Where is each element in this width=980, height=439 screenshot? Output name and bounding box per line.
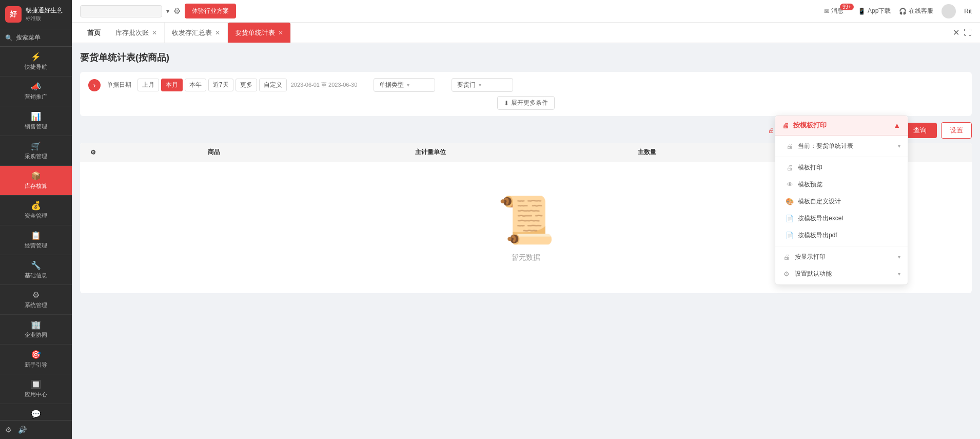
sidebar-search[interactable]: 🔍 搜索菜单 — [0, 29, 72, 47]
tab-inventory-batch-close[interactable]: ✕ — [152, 29, 157, 36]
dropdown-item-template-print[interactable]: 🖨 模板打印 — [775, 159, 908, 176]
date-btn-more[interactable]: 更多 — [236, 79, 257, 91]
template-preview-left: 👁 模板预览 — [786, 180, 822, 189]
tab-order-stats-close[interactable]: ✕ — [278, 29, 283, 36]
sidebar-item-label: 应用中心 — [25, 391, 47, 398]
sidebar-item-enterprise[interactable]: 🏢 企业协同 — [0, 315, 72, 345]
sidebar-item-sales[interactable]: 📊 销售管理 — [0, 106, 72, 136]
sidebar-item-apps[interactable]: 🔲 应用中心 — [0, 374, 72, 404]
trial-button[interactable]: 体验行业方案 — [185, 4, 236, 18]
sidebar-item-quick-nav[interactable]: ⚡ 快捷导航 — [0, 47, 72, 77]
sidebar-item-label: 基础信息 — [25, 272, 47, 279]
sidebar-item-label: 库存核算 — [25, 182, 47, 190]
tab-order-stats[interactable]: 要货单统计表 ✕ — [228, 23, 291, 43]
close-window-icon[interactable]: ✕ — [953, 28, 959, 37]
sidebar-item-guide[interactable]: 🎯 新手引导 — [0, 345, 72, 374]
sidebar-item-finance[interactable]: 💰 资金管理 — [0, 196, 72, 225]
type-filter-arrow: ▾ — [407, 82, 409, 88]
template-design-label: 模板自定义设计 — [798, 197, 841, 206]
tab-stock-summary-close[interactable]: ✕ — [215, 29, 220, 36]
export-excel-left: 📄 按模板导出excel — [786, 214, 843, 223]
export-pdf-label: 按模板导出pdf — [798, 231, 837, 240]
settings-btn[interactable]: 设置 — [941, 122, 972, 139]
date-btn-last-month[interactable]: 上月 — [138, 79, 159, 91]
sidebar-item-label: 资金管理 — [25, 212, 47, 220]
date-btn-7days[interactable]: 近7天 — [208, 79, 233, 91]
export-pdf-left: 📄 按模板导出pdf — [786, 231, 837, 240]
filter-bar: › 单据日期 上月 本月 本年 近7天 更多 自定义 2023-06-01 至 … — [80, 72, 972, 116]
sidebar-item-marketing[interactable]: 📣 营销推广 — [0, 77, 72, 106]
date-btn-current-year[interactable]: 本年 — [185, 79, 206, 91]
sidebar-item-wechat[interactable]: 💬 企业微信 — [0, 404, 72, 420]
expand-more-btn[interactable]: ⬇ 展开更多条件 — [497, 96, 555, 110]
type-filter-label: 单据类型 — [379, 81, 404, 89]
goods-filter-arrow: ▾ — [479, 82, 481, 88]
tab-stock-summary[interactable]: 收发存汇总表 ✕ — [165, 23, 228, 43]
template-design-icon: 🎨 — [786, 198, 794, 205]
dropdown-current-label: 当前：要货单统计表 — [798, 142, 853, 150]
topbar-search-input[interactable] — [80, 5, 162, 17]
online-service-badge[interactable]: 🎧 在线客服 — [899, 7, 933, 15]
dropdown-header[interactable]: 🖨 按模板打印 ▲ — [775, 116, 908, 136]
dropdown-current-item[interactable]: 🖨 当前：要货单统计表 ▾ — [775, 138, 908, 155]
brand-name: 畅捷通好生意 — [26, 7, 63, 15]
dropdown-set-default[interactable]: ⚙ 设置默认功能 ▾ — [775, 265, 908, 282]
topbar-gear-icon[interactable]: ⚙ — [173, 6, 181, 16]
type-filter-select[interactable]: 单据类型 ▾ — [374, 78, 435, 92]
print-icon: 🖨 — [768, 127, 774, 134]
user-name: Rit — [964, 8, 972, 15]
dropdown-item-template-design[interactable]: 🎨 模板自定义设计 — [775, 193, 908, 210]
app-download-badge[interactable]: 📱 App下载 — [858, 7, 891, 15]
message-badge[interactable]: ✉ 消息 99+ — [824, 7, 850, 15]
dropdown-item-export-excel[interactable]: 📄 按模板导出excel — [775, 210, 908, 227]
operations-icon: 📋 — [31, 231, 41, 240]
col-goods: 商品 — [106, 148, 322, 157]
dropdown-item-template-preview[interactable]: 👁 模板预览 — [775, 176, 908, 193]
maximize-window-icon[interactable]: ⛶ — [964, 28, 972, 37]
display-print-label: 按显示打印 — [795, 253, 826, 261]
page-content: 要货单统计表(按商品) › 单据日期 上月 本月 本年 近7天 更多 自定义 2… — [72, 43, 980, 439]
tab-inventory-batch[interactable]: 库存批次账 ✕ — [108, 23, 165, 43]
dropdown-header-left: 🖨 按模板打印 — [782, 121, 827, 130]
display-print-chevron: ▾ — [898, 254, 900, 260]
set-default-chevron: ▾ — [898, 271, 900, 277]
dropdown-title: 按模板打印 — [793, 121, 827, 130]
headset-icon: 🎧 — [899, 8, 907, 15]
topbar-dropdown-btn[interactable]: ▾ — [166, 8, 169, 15]
goods-filter-label: 要货门 — [457, 81, 476, 89]
template-print-icon: 🖨 — [786, 164, 794, 171]
dropdown-display-print[interactable]: 🖨 按显示打印 ▾ — [775, 249, 908, 265]
filter-expand-btn[interactable]: › — [88, 79, 101, 91]
sidebar-item-inventory[interactable]: 📦 库存核算 — [0, 166, 72, 196]
sound-icon[interactable]: 🔊 — [18, 426, 27, 434]
topbar-right: ✉ 消息 99+ 📱 App下载 🎧 在线客服 Rit — [824, 4, 972, 18]
date-btn-current-month[interactable]: 本月 — [161, 79, 183, 91]
message-count: 99+ — [840, 4, 854, 10]
page-title: 要货单统计表(按商品) — [80, 51, 972, 64]
enterprise-icon: 🏢 — [31, 320, 41, 330]
empty-text: 暂无数据 — [512, 253, 540, 262]
expand-more-label: 展开更多条件 — [511, 99, 548, 107]
settings-bottom-icon[interactable]: ⚙ — [5, 426, 12, 434]
tab-inventory-batch-label: 库存批次账 — [115, 28, 149, 37]
set-default-label: 设置默认功能 — [795, 270, 832, 278]
sidebar-item-purchase[interactable]: 🛒 采购管理 — [0, 136, 72, 166]
sidebar-item-system[interactable]: ⚙ 系统管理 — [0, 285, 72, 315]
col-settings[interactable]: ⚙ — [80, 149, 106, 156]
sidebar-item-label: 企业协同 — [25, 331, 47, 339]
tab-home[interactable]: 首页 — [80, 23, 108, 43]
finance-icon: 💰 — [31, 201, 41, 211]
search-label: 搜索菜单 — [16, 33, 41, 42]
dropdown-item-export-pdf[interactable]: 📄 按模板导出pdf — [775, 227, 908, 244]
sidebar-item-operations[interactable]: 📋 经营管理 — [0, 225, 72, 255]
sidebar: 好 畅捷通好生意 标准版 🔍 搜索菜单 ⚡ 快捷导航 📣 营销推广 📊 销售管理… — [0, 0, 72, 439]
goods-filter-select[interactable]: 要货门 ▾ — [452, 78, 513, 92]
export-excel-icon: 📄 — [786, 215, 794, 222]
template-print-left: 🖨 模板打印 — [786, 163, 822, 172]
sidebar-item-basic[interactable]: 🔧 基础信息 — [0, 255, 72, 285]
date-btn-custom[interactable]: 自定义 — [259, 79, 287, 91]
avatar[interactable] — [942, 4, 956, 18]
edition-label: 标准版 — [26, 15, 63, 22]
inventory-icon: 📦 — [31, 171, 41, 181]
dropdown-collapse-icon[interactable]: ▲ — [893, 121, 900, 129]
